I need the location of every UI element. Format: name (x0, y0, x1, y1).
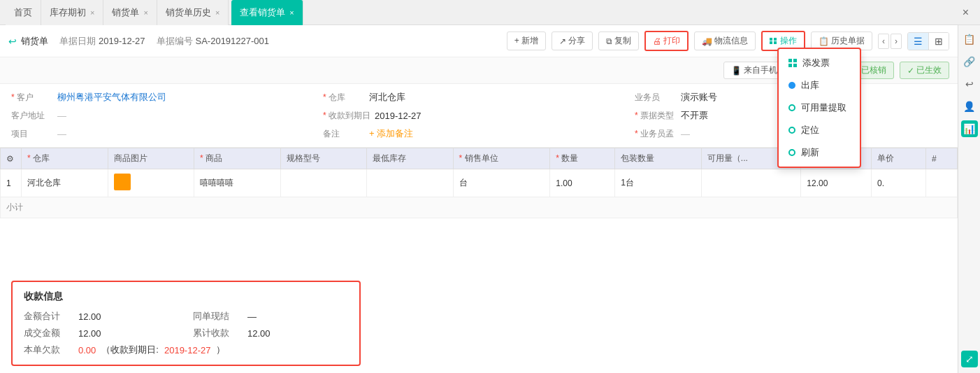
phone-icon: 📱 (731, 66, 742, 76)
row-spec[interactable] (280, 169, 367, 197)
row-warehouse[interactable]: 河北仓库 (22, 169, 108, 197)
bottom-section: 收款信息 金额合计 12.00 同单现结 — 成交金额 12.00 (0, 274, 958, 373)
tab-inventory[interactable]: 库存期初 × (41, 0, 103, 25)
payment-date-label: 收款到期日 (323, 110, 370, 122)
doc-type-label: 销货单 (21, 35, 48, 48)
effected-button[interactable]: ✓ 已生效 (900, 62, 949, 79)
check-icon-2: ✓ (907, 66, 914, 76)
from-phone-button[interactable]: 📱 来自手机 (723, 62, 785, 79)
payment-title: 收款信息 (24, 290, 348, 303)
remark-label: 备注 (323, 128, 365, 140)
logistics-button[interactable]: 🚚 物流信息 (694, 31, 756, 50)
salesman2-value[interactable]: — (681, 129, 690, 139)
close-all-tabs[interactable]: × (957, 6, 974, 19)
prev-button[interactable]: ‹ (878, 34, 889, 49)
row-pack-qty[interactable]: 1台 (615, 169, 702, 197)
col-unit: * 销售单位 (453, 148, 550, 169)
col-extra: # (925, 148, 957, 169)
doc-actions: + 新增 ↗ 分享 ⧉ 复制 🖨 打印 🚚 物流信息 (507, 31, 949, 51)
grid-view-button[interactable]: ⊞ (929, 33, 949, 50)
subtotal-label: 小计 (1, 197, 958, 218)
warehouse-value[interactable]: 河北仓库 (369, 91, 405, 104)
close-tab-inventory[interactable]: × (90, 8, 94, 17)
warehouse-label: 仓库 (323, 92, 365, 104)
col-image: 商品图片 (108, 148, 194, 169)
history-icon: 📋 (819, 36, 829, 46)
row-qty[interactable]: 1.00 (550, 169, 615, 197)
dropdown-add-invoice[interactable]: 添发票 (779, 52, 860, 74)
customer-value[interactable]: 柳州粤港平安气体有限公司 (57, 91, 166, 104)
doc-icon: ↩ (8, 36, 17, 47)
row-image (108, 169, 194, 197)
col-spec: 规格型号 (280, 148, 367, 169)
row-product[interactable]: 嘻嘻嘻嘻 (194, 169, 281, 197)
col-pack-qty: 包装数量 (615, 148, 702, 169)
salesman-label: 业务员 (635, 92, 677, 104)
dropdown-outbound[interactable]: 出库 (779, 74, 860, 97)
salesman2-label: 业务员孟 (635, 128, 677, 140)
sidebar-icon-2[interactable]: 🔗 (961, 53, 978, 70)
row-current: 12.00 (801, 169, 872, 197)
project-value[interactable]: — (57, 129, 66, 139)
next-button[interactable]: › (891, 34, 902, 49)
list-view-button[interactable]: ☰ (908, 33, 929, 50)
doc-meta: 单据日期 2019-12-27 单据编号 SA-20191227-001 (59, 35, 269, 48)
project-field: 项目 — (11, 127, 323, 140)
row-min-stock (367, 169, 454, 197)
sidebar-icon-1[interactable]: 📋 (961, 31, 978, 48)
col-settings[interactable]: ⚙ (1, 148, 22, 169)
close-tab-sales[interactable]: × (143, 8, 147, 17)
col-warehouse: * 仓库 (22, 148, 108, 169)
address-value[interactable]: — (57, 111, 66, 121)
tab-sales-history[interactable]: 销货单历史 × (157, 0, 229, 25)
payment-date-value[interactable]: 2019-12-27 (375, 111, 421, 121)
row-unit[interactable]: 台 (453, 169, 550, 197)
address-label: 客户地址 (11, 110, 53, 122)
sidebar-icon-4[interactable]: 👤 (961, 98, 978, 115)
share-button[interactable]: ↗ 分享 (552, 31, 593, 50)
payment-date-field: 收款到期日 2019-12-27 (323, 109, 635, 122)
remark-field: 备注 + 添加备注 (323, 127, 635, 140)
due-note2: ） (216, 344, 225, 356)
due-row: 本单欠款 0.00 （收款到期日: 2019-12-27 ） (24, 344, 348, 356)
sidebar-icon-3[interactable]: ↩ (961, 76, 978, 92)
nav-arrows: ‹ › (878, 34, 902, 49)
total-label: 金额合计 (24, 310, 73, 323)
share-icon: ↗ (559, 36, 566, 46)
tab-sales[interactable]: 销货单 × (103, 0, 157, 25)
sidebar-icon-5[interactable]: 📊 (961, 120, 978, 137)
add-remark-button[interactable]: + 添加备注 (369, 127, 413, 140)
new-button[interactable]: + 新增 (507, 31, 546, 50)
close-tab-view-sales[interactable]: × (289, 8, 294, 17)
customer-label: 客户 (11, 92, 53, 104)
tab-bar: 首页 库存期初 × 销货单 × 销货单历史 × 查看销货单 × × (0, 0, 980, 25)
copy-button[interactable]: ⧉ 复制 (598, 31, 639, 50)
due-date: 2019-12-27 (164, 345, 211, 356)
table-row: 1 河北仓库 嘻嘻嘻嘻 台 1.00 1台 12.00 0. (1, 169, 958, 197)
dropdown-locate[interactable]: 定位 (779, 119, 860, 141)
logistics-icon: 🚚 (702, 36, 712, 46)
payment-info: 收款信息 金额合计 12.00 同单现结 — 成交金额 12.00 (11, 281, 361, 366)
invoice-type-value[interactable]: 不开票 (681, 109, 708, 122)
customer-field: 客户 柳州粤港平安气体有限公司 (11, 91, 323, 104)
sidebar-expand-icon[interactable]: ⤢ (961, 351, 978, 367)
close-tab-sales-history[interactable]: × (215, 8, 219, 17)
tab-home[interactable]: 首页 (6, 0, 41, 25)
dropdown-refresh[interactable]: 刷新 (779, 141, 860, 164)
blue-circle-icon (788, 82, 795, 89)
row-price[interactable]: 0. (872, 169, 926, 197)
same-order-label: 同单现结 (193, 310, 242, 323)
operation-grid-icon (770, 38, 777, 45)
tab-view-sales[interactable]: 查看销货单 × (231, 0, 303, 25)
deal-row: 成交金额 12.00 (24, 327, 179, 339)
print-button[interactable]: 🖨 打印 (644, 31, 689, 51)
payment-grid: 金额合计 12.00 同单现结 — 成交金额 12.00 累计收款 12.00 (24, 310, 348, 356)
dropdown-menu: 添发票 出库 可用量提取 定位 刷新 (777, 48, 861, 168)
cumulative-label: 累计收款 (193, 327, 242, 339)
dropdown-available-qty[interactable]: 可用量提取 (779, 97, 860, 119)
circle-icon-2 (788, 127, 795, 134)
total-row: 金额合计 12.00 (24, 310, 179, 323)
deal-value: 12.00 (78, 328, 101, 339)
col-qty: * 数量 (550, 148, 615, 169)
circle-icon-3 (788, 149, 795, 156)
